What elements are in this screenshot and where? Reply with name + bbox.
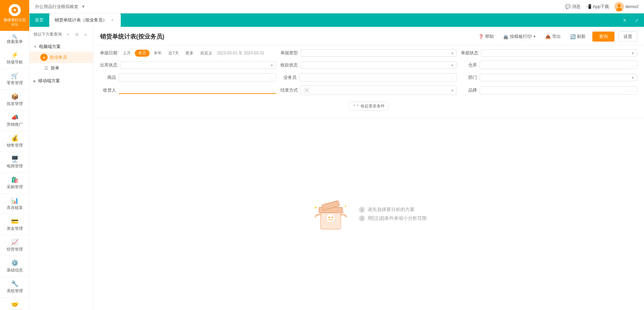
main-area: 办公用品行业模拟账套 ▼ 💬 消息 📲 App下载 de [30, 0, 644, 310]
payment-status-label: 收款状态 [280, 62, 298, 68]
brand-ellipsis-icon: ... [631, 88, 634, 93]
left-panel: 按以下方案查询 + ⊙ « ▼ [30, 27, 93, 310]
logo-subtitle: 标版 [11, 22, 18, 27]
sidebar-item-ecommerce[interactable]: 🖥️ 电商管理 [0, 152, 29, 173]
tab-close-btn[interactable]: × [110, 17, 115, 23]
empty-illustration: ✦ ✦ ✦ [311, 194, 351, 234]
app-download-icon: 📲 [586, 4, 591, 9]
department-select[interactable] [480, 74, 637, 81]
tab-close-all-btn[interactable]: ✕ [620, 15, 629, 25]
sidebar-item-marketing[interactable]: 📣 营销推广 [0, 110, 29, 131]
settings-btn[interactable]: 设置 [619, 32, 637, 42]
message-btn[interactable]: 💬 消息 [565, 4, 581, 10]
tree-section-mobile: ▶ 移动端方案 [30, 74, 93, 87]
doc-type-select[interactable] [301, 49, 457, 57]
salesperson-icon-text: ★ [43, 56, 46, 59]
filter-payment-status-field: 收款状态 [280, 61, 457, 69]
shortcut-last-month[interactable]: 上月 [120, 50, 133, 57]
page-inner: 按以下方案查询 + ⊙ « ▼ [30, 27, 644, 310]
marketing-icon: 📣 [11, 114, 18, 121]
brand-input[interactable]: ... [480, 86, 637, 95]
logo[interactable]: 畅捷通好生意 标版 [0, 0, 29, 31]
app-download-btn[interactable]: 📲 App下载 [586, 4, 609, 10]
filter-date-field: 单据日期 上月 本月 本年 近7天 更多 自定义 20 [100, 49, 276, 57]
sidebar-item-purchase[interactable]: 🛍️ 采购管理 [0, 173, 29, 194]
shortcut-this-month[interactable]: 本月 [135, 50, 150, 57]
refresh-btn[interactable]: 🔄 刷新 [568, 32, 588, 41]
sidebar-item-retail[interactable]: 🛒 零售管理 [0, 69, 29, 90]
sidebar-item-search[interactable]: 🔍 搜索菜单 [0, 31, 29, 48]
filter-row-4: 收货人 ... 结算方式 × [100, 86, 637, 95]
step-2-text: 用[过滤]条件来缩小分析范围 [368, 215, 427, 221]
settlement-select[interactable]: × [301, 86, 457, 95]
sidebar-item-system[interactable]: 🔧 系统管理 [0, 277, 29, 298]
out-status-select[interactable] [120, 61, 276, 69]
product-label: 商品 [100, 74, 116, 81]
add-scheme-btn[interactable]: + [65, 31, 71, 38]
order-icon: ☰ [44, 65, 49, 71]
breadcrumb-dropdown-icon[interactable]: ▼ [81, 4, 86, 9]
search-icon: 🔍 [12, 34, 17, 39]
shortcut-more[interactable]: 更多 [183, 50, 196, 57]
product-input[interactable]: ... [119, 73, 276, 82]
tree-sub-by-order[interactable]: ☰ 按单 [30, 63, 93, 73]
template-print-btn[interactable]: 🖨️ 按模板打印 ▼ [500, 32, 539, 41]
sidebar-item-basic[interactable]: ⚙️ 基础信息 [0, 256, 29, 277]
user-info[interactable]: demo2 [614, 2, 639, 11]
svg-point-9 [332, 217, 333, 218]
sidebar-label-basic: 基础信息 [7, 267, 23, 273]
settlement-tag-close[interactable]: × [306, 88, 308, 93]
tabs-bar: 首页 销货单统计表（按业务员） × ✕ ⤢ [30, 13, 644, 27]
sidebar-item-finance[interactable]: 💳 资金管理 [0, 214, 29, 235]
filter-row-1: 单据日期 上月 本月 本年 近7天 更多 自定义 20 [100, 49, 637, 57]
consignee-input[interactable] [119, 88, 273, 93]
filter-brand-field: 品牌 ... [461, 86, 637, 95]
sidebar-label-system: 系统管理 [7, 288, 23, 294]
query-btn[interactable]: 查询 [592, 32, 614, 42]
sidebar-label-search: 搜索菜单 [7, 39, 23, 45]
print-dropdown-icon: ▼ [533, 35, 536, 38]
sidebar-label-wholesale: 批发管理 [7, 101, 23, 107]
help-btn[interactable]: ❓ 帮助 [476, 32, 496, 41]
warehouse-input[interactable]: ... [480, 61, 637, 69]
sidebar-item-quick-nav[interactable]: ⚡ 快捷导航 [0, 48, 29, 69]
refresh-icon: 🔄 [570, 34, 576, 39]
filter-product-field: 商品 ... [100, 73, 276, 82]
collapse-panel-btn[interactable]: « [82, 31, 89, 38]
salesperson-label: 业务员 [280, 74, 297, 81]
tab-restore-btn[interactable]: ⤢ [632, 15, 641, 25]
sidebar-item-inventory[interactable]: 📊 库存核算 [0, 194, 29, 214]
tab-home-label: 首页 [35, 17, 44, 23]
shortcut-this-year[interactable]: 本年 [151, 50, 164, 57]
tab-home[interactable]: 首页 [30, 13, 49, 27]
collapse-icon: « [84, 32, 87, 37]
sidebar-label-sales: 销售管理 [7, 143, 23, 148]
business-icon: 📈 [11, 239, 18, 246]
sidebar-item-business[interactable]: 📈 经营管理 [0, 235, 29, 256]
username: demo2 [625, 4, 639, 9]
restore-icon: ⤢ [635, 18, 639, 23]
payment-status-select[interactable] [301, 61, 457, 69]
product-ellipsis-icon: ... [270, 75, 273, 80]
sidebar-item-wholesale[interactable]: 📦 批发管理 [0, 90, 29, 110]
consignee-label: 收货人 [100, 87, 116, 93]
export-btn[interactable]: 📤 导出 [543, 32, 564, 41]
sidebar-item-enterprise[interactable]: 🤝 企业协同 [0, 298, 29, 310]
filter-doc-type-field: 单据类型 [280, 49, 457, 57]
consignee-input-wrapper[interactable]: ... [119, 87, 276, 94]
tree-child-by-salesperson[interactable]: ★ 按业务员 [30, 52, 93, 63]
filter-department-field: 部门 [461, 73, 637, 82]
salesperson-input[interactable]: ... [299, 73, 457, 82]
tab-sales-report[interactable]: 销货单统计表（按业务员） × [49, 13, 121, 27]
tree-item-mobile[interactable]: ▶ 移动端方案 [30, 76, 93, 86]
page-title: 销货单统计表(按业务员) [100, 33, 164, 41]
edit-icon: ⊙ [75, 32, 79, 37]
tree-item-desktop[interactable]: ▼ 电脑端方案 [30, 42, 93, 52]
collapse-filters-btn[interactable]: ⌃⌃ 收起更多条件 [348, 102, 389, 111]
filter-row-3: 商品 ... 业务员 ... [100, 73, 637, 82]
doc-status-select[interactable] [481, 49, 637, 57]
shortcut-custom[interactable]: 自定义 [198, 50, 215, 57]
edit-scheme-btn[interactable]: ⊙ [73, 31, 80, 38]
shortcut-last-7-days[interactable]: 近7天 [166, 50, 181, 57]
sidebar-item-sales[interactable]: 💰 销售管理 [0, 131, 29, 152]
